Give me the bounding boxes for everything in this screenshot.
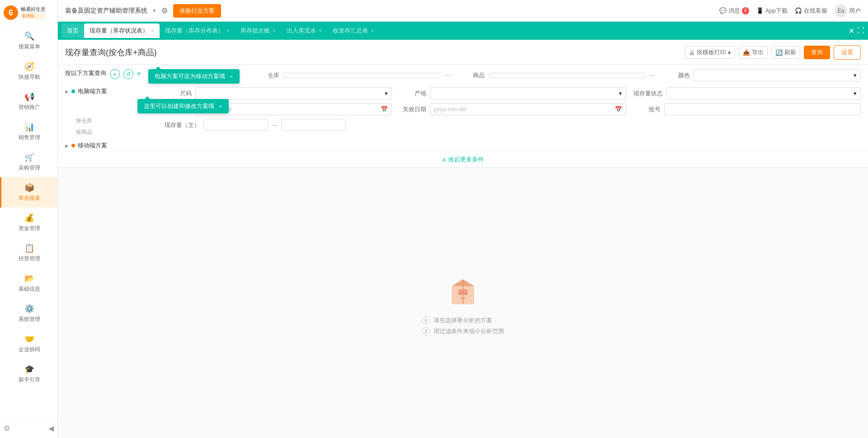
sidebar-item-enterprise[interactable]: 🤝 企业协同: [0, 329, 57, 359]
expiry-date-input[interactable]: yyyy-mm-dd 📅: [430, 103, 627, 115]
filter-add-btn[interactable]: +: [110, 69, 120, 79]
tab-stock-dist[interactable]: 现存量（库存分布表） ×: [160, 24, 235, 38]
origin-select[interactable]: ▾: [430, 87, 627, 99]
app-download-btn[interactable]: 📱 App下载: [756, 7, 788, 15]
plan-item-desktop[interactable]: ▶ 电脑端方案: [65, 85, 165, 97]
sidebar-item-basic[interactable]: 📂 基础信息: [0, 268, 57, 298]
batch-input[interactable]: [664, 103, 861, 115]
message-btn[interactable]: 💬 消息 6: [719, 7, 749, 15]
main-content: 装备及固定资产辅助管理系统 ▾ ⚙ 体验行业方案 💬 消息 6 📱 App下载 …: [58, 0, 868, 438]
stock-main-max-input[interactable]: [281, 119, 346, 131]
tab-stock-dist-close[interactable]: ×: [226, 28, 230, 34]
app-download-label: App下载: [765, 7, 788, 15]
tooltip2-close-btn[interactable]: ×: [219, 103, 222, 110]
sidebar-item-inventory[interactable]: 📦 库存核算: [0, 177, 57, 207]
plan-dot-desktop: [71, 89, 75, 93]
empty-state: 1 请先选择要分析的方案 2 用过滤条件来缩小分析范围: [422, 270, 504, 335]
refresh-btn[interactable]: 🔄 刷新: [771, 46, 800, 59]
origin-dropdown-icon: ▾: [619, 90, 622, 97]
tab-stock-status-label: 现存量（库存状况表）: [90, 27, 148, 35]
step-num-2: 2: [422, 327, 430, 335]
refresh-icon: 🔄: [775, 49, 783, 56]
tab-flow-close[interactable]: ×: [319, 28, 322, 34]
tab-home[interactable]: 首页: [61, 24, 84, 38]
filter-back-btn[interactable]: «: [137, 69, 141, 77]
tab-stock-status-close[interactable]: ×: [151, 28, 154, 34]
empty-step-1: 1 请先选择要分析的方案: [422, 316, 504, 325]
close-all-tabs-btn[interactable]: ✕: [849, 27, 854, 35]
sidebar-item-finance[interactable]: 💰 资金管理: [0, 207, 57, 238]
print-template-label: 按模板打印: [697, 48, 726, 57]
online-support-btn[interactable]: 🎧 在线客服: [795, 7, 827, 15]
warehouse-label: 仓库: [252, 71, 279, 80]
stock-status-field: 现存量状态 ▾: [633, 87, 861, 99]
svg-point-4: [458, 292, 461, 295]
warehouse-dots[interactable]: ···: [444, 71, 450, 80]
tab-batch-ledger-close[interactable]: ×: [273, 28, 276, 34]
export-label: 导出: [752, 48, 764, 57]
settings-gear-icon[interactable]: ⚙: [161, 6, 168, 15]
batch-field: 批号: [633, 103, 861, 115]
goods-dots[interactable]: ···: [649, 71, 655, 80]
search-btn[interactable]: 查询: [804, 46, 830, 59]
mode-button[interactable]: 体验行业方案: [173, 4, 221, 18]
collapse-up-icon: ∧: [442, 156, 447, 163]
user-profile-btn[interactable]: Ea 用户: [835, 5, 861, 17]
sidebar-item-sales[interactable]: 📊 销售管理: [0, 117, 57, 147]
warehouse-select[interactable]: [283, 73, 441, 78]
size-label: 尺码: [165, 89, 192, 98]
empty-steps: 1 请先选择要分析的方案 2 用过滤条件来缩小分析范围: [422, 316, 504, 335]
enterprise-icon: 🤝: [24, 334, 34, 344]
filter-refresh-btn[interactable]: ↺: [123, 69, 133, 79]
top-filter-fields: 仓库 ··· 商品 ···: [252, 69, 861, 81]
sidebar-item-marketing[interactable]: 📢 营销推广: [0, 86, 57, 117]
sidebar-item-purchase[interactable]: 🛒 采购管理: [0, 147, 57, 177]
settings-page-btn[interactable]: 设置: [834, 45, 861, 60]
color-select[interactable]: ▾: [693, 69, 861, 81]
expiry-date-label: 失效日期: [399, 105, 426, 113]
collapse-bar[interactable]: ∧ 收起更多条件: [58, 151, 868, 167]
tab-summary-close[interactable]: ×: [371, 28, 374, 34]
mobile-icon: 📱: [756, 7, 764, 14]
plan-sub-item-2[interactable]: 按商品: [76, 127, 165, 138]
color-field: 颜色 ▾: [663, 69, 861, 81]
size-dropdown-icon: ▾: [385, 90, 388, 97]
sidebar-item-system-label: 系统管理: [19, 316, 40, 323]
purchase-icon: 🛒: [24, 152, 34, 162]
inventory-icon: 📦: [24, 183, 34, 193]
plan-sub-item-1[interactable]: 按仓库: [76, 115, 165, 127]
sidebar: 6 畅通好生意 标准版 🔍 搜索菜单 🧭 快捷导航 📢 营销推广 📊 销: [0, 0, 58, 438]
tooltip-plan-mobile: 电脑方案可设为移动方案哦 ×: [148, 69, 240, 84]
goods-select[interactable]: [488, 73, 646, 78]
sidebar-item-guide[interactable]: 🎓 新手引导: [0, 359, 57, 389]
system-icon: ⚙️: [24, 304, 34, 314]
logo-badge: 标准版: [21, 13, 46, 19]
print-template-btn[interactable]: 🖨 按模板打印 ▾: [685, 46, 735, 59]
tab-flow[interactable]: 出入库流水 ×: [281, 24, 327, 38]
empty-step-2-text: 用过滤条件来缩小分析范围: [434, 327, 504, 335]
stock-status-select[interactable]: ▾: [666, 87, 861, 99]
stock-status-dropdown-icon: ▾: [854, 90, 857, 97]
sidebar-item-system[interactable]: ⚙️ 系统管理: [0, 298, 57, 329]
sidebar-item-search[interactable]: 🔍 搜索菜单: [0, 26, 57, 56]
sidebar-item-management[interactable]: 📋 经营管理: [0, 238, 57, 268]
logo-text: 畅通好生意: [21, 6, 46, 13]
page-title: 现存量查询(按仓库+商品): [65, 47, 157, 58]
tab-batch-ledger[interactable]: 库存批次账 ×: [235, 24, 281, 38]
tab-stock-dist-label: 现存量（库存分布表）: [165, 27, 224, 35]
tooltip1-close-btn[interactable]: ×: [230, 73, 233, 80]
tab-summary[interactable]: 收发存汇总表 ×: [327, 24, 379, 38]
size-select[interactable]: ▾: [195, 87, 392, 99]
collapse-sidebar-btn[interactable]: ◀: [48, 424, 54, 433]
tab-stock-status[interactable]: 现存量（库存状况表） ×: [84, 24, 160, 38]
sidebar-item-inventory-label: 库存核算: [19, 194, 40, 202]
sidebar-item-marketing-label: 营销推广: [19, 104, 40, 111]
maximize-btn[interactable]: ⛶: [857, 27, 864, 35]
stock-main-min-input[interactable]: [203, 119, 268, 131]
plan-item-mobile[interactable]: ▶ 移动端方案: [65, 140, 165, 151]
sidebar-item-quick-nav[interactable]: 🧭 快捷导航: [0, 56, 57, 86]
origin-field: 产地 ▾: [399, 87, 627, 99]
settings-btn[interactable]: ⚙: [4, 424, 10, 433]
export-btn[interactable]: 📤 导出: [739, 46, 768, 59]
logo-area: 6 畅通好生意 标准版: [0, 0, 57, 26]
